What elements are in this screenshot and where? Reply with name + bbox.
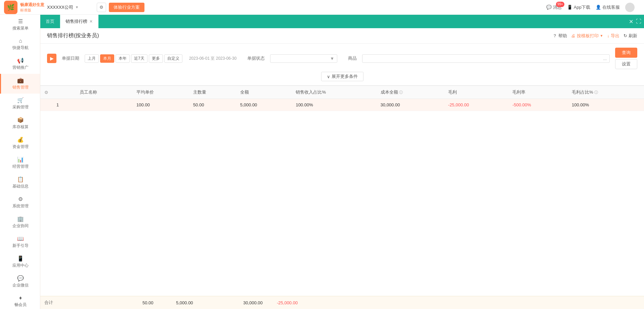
finance-icon: 💰 xyxy=(17,137,24,143)
page-actions: ？ 帮助 🖨 按模板打印 ▼ ↓ 导出 ↻ 刷新 xyxy=(553,33,637,39)
sidebar-item-enterprise[interactable]: 🏢 企业协同 xyxy=(0,212,40,232)
purchase-icon: 🛒 xyxy=(17,97,24,103)
sidebar-item-label: 企业微信 xyxy=(12,282,29,288)
sidebar-item-quick-nav[interactable]: ⌂ 快捷导航 xyxy=(0,35,40,54)
app-icon: 📱 xyxy=(567,5,572,10)
footer-label: 合计 xyxy=(44,300,71,306)
avatar[interactable] xyxy=(625,3,635,12)
more-btn[interactable]: 更多 xyxy=(149,54,163,63)
row-sales-pct: 100.00% xyxy=(292,99,376,111)
settings-button[interactable]: 设置 xyxy=(615,59,637,69)
print-label: 按模板打印 xyxy=(577,33,599,39)
col-name: 员工名称 xyxy=(76,86,132,99)
page-content: 销售排行榜(按业务员) ？ 帮助 🖨 按模板打印 ▼ ↓ 导出 xyxy=(40,28,644,309)
page-header: 销售排行榜(按业务员) ？ 帮助 🖨 按模板打印 ▼ ↓ 导出 xyxy=(40,28,644,44)
main-layout: ☰ 搜索菜单 ⌂ 快捷导航 📢 营销推广 💼 销售管理 🛒 采购管理 📦 库存核… xyxy=(0,15,644,309)
trial-button[interactable]: 体验行业方案 xyxy=(109,3,144,12)
app-label: App下载 xyxy=(574,4,590,10)
sidebar-item-inventory[interactable]: 📦 库存核算 xyxy=(0,113,40,133)
status-select[interactable]: ▼ xyxy=(270,54,337,63)
row-avg-price: 100.00 xyxy=(132,99,189,111)
sidebar-item-label: 应用中心 xyxy=(12,263,29,268)
prev-month-btn[interactable]: 上月 xyxy=(85,54,99,63)
sidebar-item-finance[interactable]: 💰 资金管理 xyxy=(0,133,40,153)
tab-home[interactable]: 首页 xyxy=(40,15,60,28)
table-row: 1 100.00 50.00 5,000.00 100.00% 30,000.0… xyxy=(40,99,644,111)
online-service-button[interactable]: 👤 在线客服 xyxy=(596,4,620,10)
query-button[interactable]: 查询 xyxy=(615,48,637,58)
sidebar-item-purchase[interactable]: 🛒 采购管理 xyxy=(0,94,40,113)
help-label: 帮助 xyxy=(558,33,567,39)
sidebar-item-marketing[interactable]: 📢 营销推广 xyxy=(0,54,40,74)
refresh-button[interactable]: ↻ 刷新 xyxy=(624,33,637,39)
export-label: 导出 xyxy=(611,33,619,39)
print-button[interactable]: 🖨 按模板打印 ▼ xyxy=(571,33,603,39)
wechat-icon: 💬 xyxy=(17,275,24,281)
sidebar-item-label: 企业协同 xyxy=(12,223,29,229)
page-title: 销售排行榜(按业务员) xyxy=(47,32,99,39)
sidebar-item-label: 新手引导 xyxy=(12,243,29,249)
filter-expand-arrow[interactable]: ▶ xyxy=(47,54,56,63)
cost-info-icon[interactable]: ⓘ xyxy=(399,90,403,94)
tab-sales-ranking[interactable]: 销售排行榜 ✕ xyxy=(60,15,98,28)
sidebar-item-label: 经营管理 xyxy=(12,164,29,169)
guide-icon: 📖 xyxy=(17,236,24,242)
table-header-row: ⚙ 员工名称 平均单价 主数量 全额 销售收入占比% 成本全额 ⓘ xyxy=(40,86,644,99)
sidebar-item-label: 基础信息 xyxy=(12,184,29,189)
app-download-button[interactable]: 📱 App下载 xyxy=(567,4,590,10)
row-cost: 30,000.00 xyxy=(377,99,444,111)
settings-icon[interactable]: ⚙ xyxy=(97,3,106,12)
tab-close-icon[interactable]: ✕ xyxy=(89,19,93,24)
arrow-icon: ▶ xyxy=(50,56,54,61)
sidebar-item-member[interactable]: ♦ 畅会员 xyxy=(0,292,40,309)
tab-maximize-icon[interactable]: ⛶ xyxy=(636,18,641,24)
goods-select[interactable]: ... xyxy=(362,54,610,63)
row-gross-rate: -500.00% xyxy=(508,99,568,111)
col-avg-price: 平均单价 xyxy=(132,86,189,99)
sidebar-item-label: 系统管理 xyxy=(12,203,29,209)
col-gross-pct: 毛利占比% ⓘ xyxy=(568,86,644,99)
row-settings-cell xyxy=(40,99,52,111)
sidebar-item-sales[interactable]: 💼 销售管理 xyxy=(0,74,40,94)
curr-year-btn[interactable]: 本年 xyxy=(116,54,130,63)
service-icon: 👤 xyxy=(596,5,601,10)
sidebar-item-guide[interactable]: 📖 新手引导 xyxy=(0,232,40,252)
message-button[interactable]: 💬 消息 99+ xyxy=(546,4,562,10)
chevron-down-icon: ▼ xyxy=(75,5,79,9)
expand-more-btn[interactable]: ∨ 展开更多条件 xyxy=(321,72,363,81)
table-wrapper: ⚙ 员工名称 平均单价 主数量 全额 销售收入占比% 成本全额 ⓘ xyxy=(40,86,644,296)
tab-close-window-icon[interactable]: ✕ xyxy=(629,18,633,25)
logo-title: 畅康通好生意 xyxy=(20,2,44,8)
sidebar: ☰ 搜索菜单 ⌂ 快捷导航 📢 营销推广 💼 销售管理 🛒 采购管理 📦 库存核… xyxy=(0,15,40,309)
member-icon: ♦ xyxy=(19,295,22,301)
enterprise-icon: 🏢 xyxy=(17,216,24,222)
message-icon: 💬 xyxy=(546,5,552,10)
col-settings: ⚙ xyxy=(40,86,52,99)
sidebar-item-basic-info[interactable]: 📋 基础信息 xyxy=(0,173,40,193)
sidebar-item-label: 快捷导航 xyxy=(12,45,29,51)
marketing-icon: 📢 xyxy=(17,57,24,64)
sidebar-item-wechat[interactable]: 💬 企业微信 xyxy=(0,272,40,292)
last7days-btn[interactable]: 近7天 xyxy=(131,54,147,63)
date-btn-group: 上月 本月 本年 近7天 更多 自定义 xyxy=(85,54,182,63)
column-settings-icon[interactable]: ⚙ xyxy=(44,90,48,95)
export-button[interactable]: ↓ 导出 xyxy=(607,33,620,39)
logo-subtitle: 标准版 xyxy=(20,8,44,13)
row-index: 1 xyxy=(52,99,76,111)
company-selector[interactable]: XXXXXX公司 ▼ xyxy=(47,4,94,10)
footer-quantity: 50.00 xyxy=(138,300,172,305)
row-quantity: 50.00 xyxy=(189,99,236,111)
curr-month-btn[interactable]: 本月 xyxy=(100,54,114,63)
custom-btn[interactable]: 自定义 xyxy=(164,54,182,63)
help-button[interactable]: ？ 帮助 xyxy=(553,33,567,39)
expand-label: 展开更多条件 xyxy=(332,73,358,80)
sidebar-item-operations[interactable]: 📊 经营管理 xyxy=(0,153,40,173)
sidebar-item-search-orders[interactable]: ☰ 搜索菜单 xyxy=(0,15,40,35)
sidebar-item-app-center[interactable]: 📱 应用中心 xyxy=(0,252,40,272)
filter-actions: 查询 设置 xyxy=(615,48,637,69)
expand-row: ∨ 展开更多条件 xyxy=(47,72,637,81)
search-orders-icon: ☰ xyxy=(18,18,23,24)
gross-pct-info-icon[interactable]: ⓘ xyxy=(594,90,598,94)
sidebar-item-label: 营销推广 xyxy=(12,65,29,70)
sidebar-item-system[interactable]: ⚙ 系统管理 xyxy=(0,193,40,212)
